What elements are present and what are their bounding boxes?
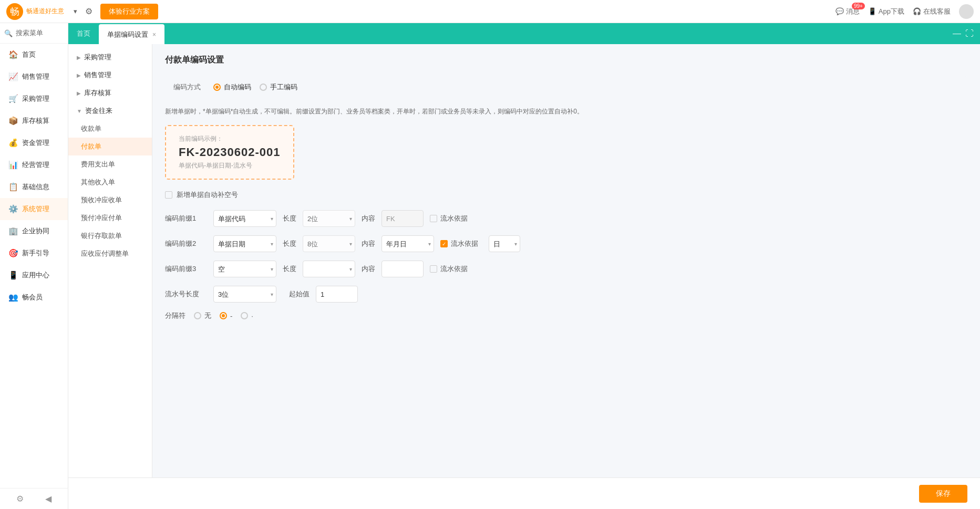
group-finance-header[interactable]: ▼ 资金往来 — [68, 102, 152, 120]
nav-dropdown[interactable]: ▾ — [74, 7, 77, 15]
message-btn[interactable]: 💬 消息 99+ — [835, 7, 860, 16]
group-inventory: ▶ 库存核算 — [68, 84, 152, 102]
group-inventory-header[interactable]: ▶ 库存核算 — [68, 84, 152, 102]
prefix-label-3: 编码前缀3 — [165, 264, 207, 274]
sub-item-bank[interactable]: 银行存取款单 — [68, 227, 152, 245]
sub-item-payment[interactable]: 付款单 — [68, 138, 152, 155]
length-select-3[interactable] — [303, 261, 355, 277]
tab-maximize-btn[interactable]: ⛶ — [965, 29, 974, 38]
top-bar-middle: ▾ ⚙ 体验行业方案 — [74, 4, 831, 19]
content-input-3[interactable] — [381, 261, 424, 277]
sub-item-adjust[interactable]: 应收应付调整单 — [68, 245, 152, 263]
separator-dot-radio[interactable]: - — [220, 312, 232, 320]
stream-check-1[interactable] — [430, 215, 437, 222]
preview-desc: 单据代码-单据日期-流水号 — [179, 161, 281, 170]
save-button[interactable]: 保存 — [919, 485, 967, 503]
serial-start-input[interactable] — [316, 286, 358, 303]
length-label-2: 长度 — [283, 239, 296, 248]
page-title: 付款单编码设置 — [165, 55, 967, 66]
length-label-3: 长度 — [283, 264, 296, 274]
separator-label: 分隔符 — [165, 311, 185, 320]
prefix-select-3[interactable]: 空 — [213, 261, 276, 277]
sidebar-item-system[interactable]: ⚙️ 系统管理 — [0, 198, 68, 220]
length-select-1-wrapper: 2位 ▾ — [303, 210, 355, 227]
separator-dash-circle — [241, 312, 248, 319]
prefix-select-1[interactable]: 单据代码 — [213, 210, 276, 227]
service-btn[interactable]: 🎧 在线客服 — [913, 7, 951, 16]
sidebar-item-operations[interactable]: 📊 经营管理 — [0, 154, 68, 176]
hint-text: 新增单据时，*单据编码*自动生成，不可编辑。前缀设置为部门、业务员等档案类，开单… — [165, 107, 967, 117]
sidebar-item-home[interactable]: 🏠 首页 — [0, 44, 68, 66]
length-select-1[interactable]: 2位 — [303, 210, 355, 227]
service-icon: 🎧 — [913, 7, 921, 15]
group-sales-header[interactable]: ▶ 销售管理 — [68, 66, 152, 84]
period-select[interactable]: 日 — [489, 235, 520, 252]
sidebar-item-sales[interactable]: 📈 销售管理 — [0, 66, 68, 88]
serial-start-label: 起始值 — [289, 289, 310, 299]
logo-icon: 畅 — [6, 3, 23, 20]
sub-item-pre-receivable[interactable]: 预收冲应收单 — [68, 191, 152, 209]
sidebar-item-enterprise[interactable]: 🏢 企业协同 — [0, 220, 68, 242]
tab-bar-right: — ⛶ — [953, 29, 980, 38]
chevron-right-icon3: ▶ — [77, 90, 81, 96]
radio-manual[interactable]: 手工编码 — [260, 82, 297, 92]
content-input-1[interactable] — [381, 210, 424, 227]
sidebar-item-finance[interactable]: 💰 资金管理 — [0, 132, 68, 154]
group-sales: ▶ 销售管理 — [68, 66, 152, 84]
sales-icon: 📈 — [8, 72, 18, 81]
auto-fill-checkbox[interactable] — [165, 191, 172, 199]
sidebar-item-member[interactable]: 👥 畅会员 — [0, 286, 68, 308]
content-select-2[interactable]: 年月日 — [381, 235, 434, 252]
avatar[interactable] — [959, 4, 974, 19]
sidebar-item-guide[interactable]: 🎯 新手引导 — [0, 242, 68, 264]
bottom-bar: 保存 — [68, 477, 980, 509]
group-finance: ▼ 资金往来 收款单 付款单 费用支出单 其他收入单 预收冲应收单 预付冲应付单… — [68, 102, 152, 263]
stream-check-2[interactable]: ✓ — [440, 240, 448, 247]
sidebar: 🔍 搜索菜单 🏠 首页 📈 销售管理 🛒 采购管理 📦 库存核算 💰 资金管理 … — [0, 23, 68, 509]
group-purchase: ▶ 采购管理 — [68, 48, 152, 66]
sub-item-expense[interactable]: 费用支出单 — [68, 155, 152, 173]
second-sidebar: ▶ 采购管理 ▶ 销售管理 ▶ 库存核算 — [68, 44, 152, 477]
preview-code: FK-20230602-001 — [179, 146, 281, 159]
settings-icon[interactable]: ⚙ — [81, 4, 96, 19]
top-bar: 畅 畅通道好生意 ▾ ⚙ 体验行业方案 💬 消息 99+ 📱 App下载 🎧 在… — [0, 0, 980, 23]
separator-none-radio[interactable]: 无 — [194, 311, 211, 320]
sub-item-pre-payable[interactable]: 预付冲应付单 — [68, 209, 152, 227]
sidebar-item-inventory[interactable]: 📦 库存核算 — [0, 110, 68, 132]
prefix-label-1: 编码前缀1 — [165, 214, 207, 223]
sub-item-receipt[interactable]: 收款单 — [68, 120, 152, 138]
preview-box: 当前编码示例： FK-20230602-001 单据代码-单据日期-流水号 — [165, 125, 294, 180]
stream-check-3[interactable] — [430, 265, 437, 273]
tab-minimize-btn[interactable]: — — [953, 29, 961, 38]
serial-length-select[interactable]: 3位 — [213, 286, 276, 303]
tab-close-btn[interactable]: × — [152, 31, 156, 38]
purchase-icon: 🛒 — [8, 94, 18, 103]
sidebar-search[interactable]: 🔍 搜索菜单 — [0, 23, 68, 44]
sidebar-item-app[interactable]: 📱 应用中心 — [0, 264, 68, 286]
sidebar-item-basic[interactable]: 📋 基础信息 — [0, 176, 68, 198]
content-label-3: 内容 — [362, 264, 375, 274]
basic-icon: 📋 — [8, 182, 18, 192]
prefix-select-3-wrapper: 空 ▾ — [213, 261, 276, 277]
radio-auto[interactable]: 自动编码 — [213, 82, 251, 92]
sidebar-collapse-btn[interactable]: ◀ — [45, 494, 51, 504]
stream-checkbox-1: 流水依据 — [430, 214, 468, 223]
prefix-label-2: 编码前缀2 — [165, 239, 207, 248]
sidebar-item-purchase[interactable]: 🛒 采购管理 — [0, 88, 68, 110]
stream-checkbox-3: 流水依据 — [430, 264, 468, 274]
industry-btn[interactable]: 体验行业方案 — [100, 4, 158, 19]
separator-dash-radio[interactable]: · — [241, 312, 253, 320]
prefix-select-2[interactable]: 单据日期 — [213, 235, 276, 252]
tab-bar: 首页 单据编码设置 × — ⛶ — [68, 23, 980, 44]
separator-dot-circle — [220, 312, 227, 319]
tab-home[interactable]: 首页 — [68, 23, 99, 44]
sub-item-other-income[interactable]: 其他收入单 — [68, 173, 152, 191]
sidebar-settings-btn[interactable]: ⚙ — [16, 494, 24, 504]
stream-checkbox-2: ✓ 流水依据 — [440, 239, 478, 248]
tab-encoding-settings[interactable]: 单据编码设置 × — [99, 24, 164, 45]
sidebar-bottom: ⚙ ◀ — [0, 488, 68, 509]
encoding-radio-group: 自动编码 手工编码 — [213, 82, 297, 92]
length-select-2[interactable]: 8位 — [303, 235, 355, 252]
group-purchase-header[interactable]: ▶ 采购管理 — [68, 48, 152, 66]
download-btn[interactable]: 📱 App下载 — [868, 7, 904, 16]
